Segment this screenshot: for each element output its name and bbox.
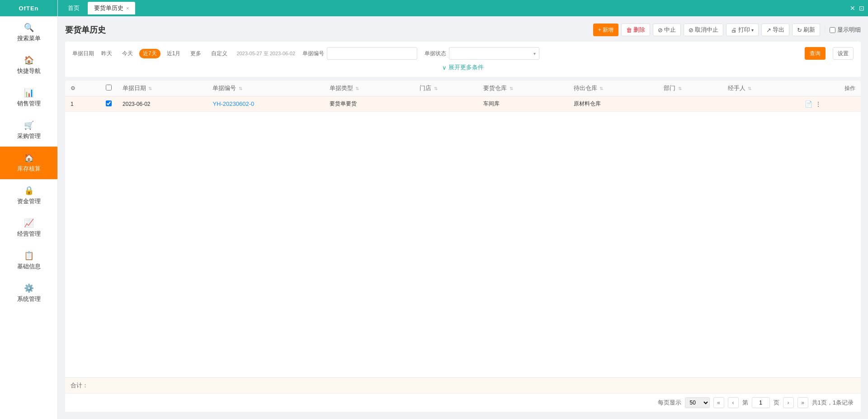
prev-page-button[interactable]: ‹ [728,397,739,408]
date-btn-3[interactable]: 近1月 [163,49,184,58]
sidebar-item-sys-mgmt[interactable]: ⚙️ 系统管理 [0,277,57,309]
row-pending-warehouse: 原材料仓库 [568,96,658,112]
date-btn-0[interactable]: 昨天 [98,49,116,58]
th-handler[interactable]: 经手人 ⇅ [722,81,799,96]
row-more-icon[interactable]: ⋮ [815,100,821,108]
th-department-label: 部门 [664,85,675,91]
th-store-label: 门店 [420,85,431,91]
expand-button[interactable]: ∨ 展开更多条件 [442,63,484,71]
status-select[interactable] [449,47,539,60]
show-detail-label: 显示明细 [837,26,861,34]
delete-icon: 🗑 [626,27,632,33]
sidebar-item-search-menu[interactable]: 🔍 搜索菜单 [0,16,57,49]
table-container: ⚙ 单据日期 ⇅ 单据编号 ⇅ [65,81,861,393]
new-button[interactable]: + 新增 [593,24,618,36]
page-size-select[interactable]: 50 10 20 100 [685,397,710,408]
first-page-button[interactable]: « [713,397,724,408]
tab-requisition-history[interactable]: 要货单历史× [88,2,135,14]
print-icon: 🖨 [731,27,737,33]
row-checkbox[interactable] [106,100,112,106]
cancel-stop-label: 取消中止 [695,26,718,34]
sort-req-warehouse-icon: ⇅ [509,86,513,91]
print-label: 打印 [738,26,750,34]
refresh-button[interactable]: ↻ 刷新 [792,24,820,36]
select-all-checkbox[interactable] [106,85,112,90]
pagination: 每页显示 50 10 20 100 « ‹ 第 页 › » 共1页，1条记录 [65,393,861,412]
date-btn-1[interactable]: 今天 [118,49,137,58]
shortcut-nav-icon: 🏠 [24,55,34,65]
settings-button[interactable]: 设置 [833,47,854,60]
row-edit-icon[interactable]: 📄 [805,100,812,108]
sort-pending-warehouse-icon: ⇅ [599,86,603,91]
th-doc-number[interactable]: 单据编号 ⇅ [207,81,324,96]
show-detail-toggle[interactable]: 显示明细 [830,26,861,34]
window-restore-icon[interactable]: ⊡ [859,5,864,12]
tab-requisition-history-close[interactable]: × [126,2,129,14]
date-filter-group: 单据日期 昨天今天近7天近1月更多自定义 2023-05-27 至 2023-0… [72,49,295,58]
sidebar-item-basic-info[interactable]: 📋 基础信息 [0,244,57,277]
window-close-icon[interactable]: ✕ [850,5,855,12]
search-menu-icon: 🔍 [24,23,34,33]
date-btn-2[interactable]: 近7天 [139,49,160,58]
show-detail-checkbox[interactable] [830,27,835,33]
date-range-display: 2023-05-27 至 2023-06-02 [236,50,295,57]
stop-button[interactable]: ⊘ 中止 [653,24,681,36]
tab-home[interactable]: 首页 [61,2,86,14]
sidebar-item-ops-mgmt[interactable]: 📈 经营管理 [0,212,57,244]
status-filter: 单据状态 ▾ [425,47,797,60]
purchase-mgmt-icon: 🛒 [24,120,34,130]
export-label: 导出 [773,26,784,34]
date-btn-4[interactable]: 更多 [187,49,205,58]
next-page-button[interactable]: › [783,397,794,408]
toolbar: + 新增 🗑 删除 ⊘ 中止 ⊘ 取消中止 🖨 打印 ▾ [593,24,861,36]
brand-text: OfTEn [19,5,39,12]
th-department[interactable]: 部门 ⇅ [658,81,722,96]
date-filter-label: 单据日期 [72,50,94,57]
main-area: 首页要货单历史× ✕ ⊡ 要货单历史 + 新增 🗑 删除 ⊘ 中止 ⊘ [58,0,868,419]
th-checkbox [100,81,117,96]
purchase-mgmt-label: 采购管理 [17,132,41,140]
sales-mgmt-icon: 📊 [24,88,34,98]
th-req-warehouse-label: 要货仓库 [483,85,507,91]
sidebar-item-inventory[interactable]: 🏠 库存核算 [0,147,57,179]
sidebar-item-purchase-mgmt[interactable]: 🛒 采购管理 [0,114,57,147]
last-page-button[interactable]: » [797,397,808,408]
sidebar-item-finance-mgmt[interactable]: 🔒 资金管理 [0,179,57,212]
th-store[interactable]: 门店 ⇅ [414,81,478,96]
search-button[interactable]: 查询 [805,47,826,60]
cancel-stop-button[interactable]: ⊘ 取消中止 [684,24,723,36]
basic-info-icon: 📋 [24,251,34,261]
sidebar-item-shortcut-nav[interactable]: 🏠 快捷导航 [0,49,57,81]
th-req-warehouse[interactable]: 要货仓库 ⇅ [478,81,568,96]
print-button[interactable]: 🖨 打印 ▾ [726,24,759,36]
doc-number-input[interactable] [327,47,417,60]
row-doc-number: YH-20230602-0 [207,96,324,112]
page-jump-label: 第 [742,399,748,407]
th-pending-warehouse-label: 待出仓库 [574,85,597,91]
page-number-input[interactable] [752,397,770,408]
sidebar-item-sales-mgmt[interactable]: 📊 销售管理 [0,81,57,114]
sort-doc-number-icon: ⇅ [239,86,242,91]
th-doc-type-label: 单据类型 [330,85,353,91]
search-menu-label: 搜索菜单 [17,34,41,43]
th-doc-date[interactable]: 单据日期 ⇅ [117,81,207,96]
export-button[interactable]: ↗ 导出 [761,24,789,36]
th-doc-type[interactable]: 单据类型 ⇅ [324,81,414,96]
page-header: 要货单历史 + 新增 🗑 删除 ⊘ 中止 ⊘ 取消中止 🖨 打印 [65,24,861,36]
data-table: ⚙ 单据日期 ⇅ 单据编号 ⇅ [65,81,861,112]
row-doc-date: 2023-06-02 [117,96,207,112]
sys-mgmt-icon: ⚙️ [24,283,34,293]
th-pending-warehouse[interactable]: 待出仓库 ⇅ [568,81,658,96]
page-size-label: 每页显示 [658,399,681,407]
refresh-icon: ↻ [797,27,802,33]
th-settings[interactable]: ⚙ [65,81,100,96]
status-select-wrap: ▾ [449,47,539,60]
tab-requisition-history-label: 要货单历史 [94,2,123,14]
sort-store-icon: ⇅ [434,86,438,91]
doc-number-filter: 单据编号 [302,47,417,60]
sort-department-icon: ⇅ [678,86,682,91]
doc-number-link[interactable]: YH-20230602-0 [212,100,254,107]
date-btn-5[interactable]: 自定义 [208,49,231,58]
table-row[interactable]: 1 2023-06-02 YH-20230602-0 要货单要货 车间库 原材料… [65,96,861,112]
delete-button[interactable]: 🗑 删除 [621,24,650,36]
